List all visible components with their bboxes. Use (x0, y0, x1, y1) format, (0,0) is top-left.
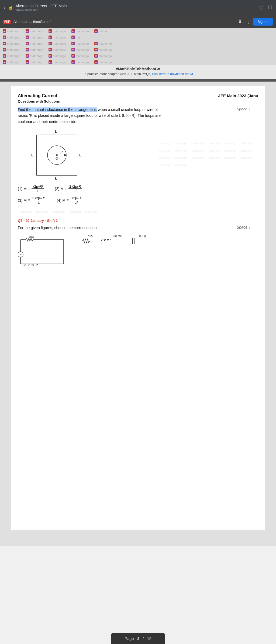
option-4-num: (4) M = (57, 198, 69, 202)
wm-cell: m mathongo (46, 60, 69, 65)
option-1: (1) M = √2μ₀R² L (18, 184, 44, 193)
svg-text:40Ω: 40Ω (29, 235, 34, 239)
share-icon[interactable]: ⬡ (259, 5, 264, 10)
promo-text: To practice more chapter-wise JEE Main P… (3, 72, 273, 76)
q7-label: Q7 - 29 January - Shift 2 (18, 219, 258, 223)
pdf-toolbar-actions: ⬇ ⋮ (238, 19, 251, 24)
page-label: Page (125, 636, 134, 641)
pdf-page: mathongomathongo mathongomathongo mathon… (11, 86, 265, 530)
option-3: (3) M = 2√2μ₀R² L (18, 196, 46, 204)
wm-cell: m mathongo (23, 47, 46, 52)
wm-cell: m mathongo (69, 53, 92, 58)
wm-cell: m mathongo (92, 47, 115, 52)
space-label: Space ↓ (237, 107, 250, 111)
formula-options-row2: (3) M = 2√2μ₀R² L (4) M = √2μ₀R L² (18, 196, 234, 204)
bookmark-icon[interactable]: ☐ (268, 5, 272, 10)
page-separator: / (143, 636, 144, 641)
sign-in-button[interactable]: Sign In (253, 18, 273, 26)
wm-cell: m mathongo (46, 29, 69, 34)
svg-text:220 V, 50 Hz: 220 V, 50 Hz (23, 264, 38, 267)
wm-cell: m mathongo (46, 53, 69, 58)
page-title: Alternating Current - JEE Main ... (16, 4, 257, 8)
q7-section: For the given figures, choose the correc… (18, 225, 258, 270)
watermark-section-top: m mathongo m mathongo m mathongo m matho… (0, 28, 276, 65)
pdf-subtitle: Questions with Solutions (18, 99, 258, 103)
option-4: (4) M = √2μ₀R L² (57, 196, 82, 204)
option-2-fraction: 2√2μ₀R L² (68, 184, 82, 193)
pdf-filename: Alternatin ... thonGo.pdf (13, 20, 235, 24)
wm-cell: m mathongo (0, 29, 23, 34)
page-nav-bar: Page 3 / 15 (111, 633, 165, 644)
back-button[interactable]: ‹ (4, 5, 6, 11)
wm-cell: m mathongo (0, 41, 23, 46)
wm-cell: m mathongo (92, 60, 115, 65)
wm-cell: m mathongo (92, 53, 115, 58)
svg-text:40Ω: 40Ω (88, 234, 93, 237)
menu-icon[interactable]: ⋮ (246, 19, 251, 24)
pdf-subject: Alternating Current (18, 93, 57, 98)
page-total: 15 (147, 636, 151, 641)
wm-cell: m mathongo (23, 35, 46, 40)
wm-cell: m mathongo (0, 35, 23, 40)
q7-text: For the given figures, choose the correc… (18, 225, 169, 231)
option-1-num: (1) M = (18, 187, 30, 191)
svg-text:50 mH: 50 mH (113, 234, 122, 237)
option-4-fraction: √2μ₀R L² (70, 196, 82, 204)
svg-text:L: L (55, 130, 57, 134)
wm-cell: m mathongo (69, 41, 92, 46)
wm-cell: m mathongo (46, 47, 69, 52)
pdf-content-inner: Alternating Current JEE Main 2023 (Janu … (18, 93, 258, 270)
wm-cell: m mathongo (23, 60, 46, 65)
q7-circuits: 40Ω (18, 234, 234, 270)
option-3-num: (3) M = (18, 198, 30, 202)
wm-cell: m mathongo (23, 41, 46, 46)
circuit-diagram: R O L L L L (29, 127, 234, 182)
formula-options-row1: (1) M = √2μ₀R² L (2) M = 2√2μ₀R L² (18, 184, 234, 193)
q6-content: Find the mutual inductance in the arrang… (18, 107, 234, 207)
q7-space-label: Space ↓ (237, 225, 250, 229)
wm-cell: m ma (69, 35, 82, 40)
wm-cell: m mathongo (23, 53, 46, 58)
download-icon[interactable]: ⬇ (238, 19, 242, 24)
promo-hashtag: #MathBoleTohMathonGo (3, 67, 273, 71)
wm-cell: m mathongo (0, 60, 23, 65)
wm-cell: m mathongo (69, 47, 92, 52)
q6-highlight: Find the mutual inductance in the arrang… (18, 107, 97, 112)
q7-content: For the given figures, choose the correc… (18, 225, 234, 270)
option-3-fraction: 2√2μ₀R² L (32, 196, 46, 204)
promo-link[interactable]: click here to download the M (152, 72, 193, 76)
q7-right-circuit: 40Ω 50 mH 0.5 μF (74, 234, 234, 270)
q6-section: Find the mutual inductance in the arrang… (18, 107, 258, 207)
option-1-fraction: √2μ₀R² L (32, 184, 44, 193)
pdf-badge: PDF (3, 20, 11, 24)
wm-cell: m mathongo (0, 47, 23, 52)
wm-cell: m mathongo (46, 35, 69, 40)
svg-text:R: R (60, 150, 63, 154)
page-current: 3 (137, 636, 139, 641)
browser-bar: ‹ 🔒 Alternating Current - JEE Main ... d… (0, 0, 276, 15)
pdf-exam-info: JEE Main 2023 (Janu (218, 93, 258, 98)
browser-actions: ⬡ ☐ (259, 5, 272, 10)
q7-left-svg: 40Ω (18, 234, 66, 269)
url-domain: drive.google.com (16, 8, 257, 11)
pdf-page-background: mathongomathongo mathongomathongo mathon… (0, 82, 276, 546)
circuit-svg: R O L L L L (29, 127, 88, 181)
svg-text:0.5 μF: 0.5 μF (139, 234, 148, 237)
q7-left-circuit: 40Ω (18, 234, 66, 270)
svg-text:O: O (56, 157, 58, 160)
wm-cell: m mathongo (0, 53, 23, 58)
option-2-num: (2) M = (55, 187, 67, 191)
pdf-header: Alternating Current JEE Main 2023 (Janu (18, 93, 258, 98)
pdf-toolbar: PDF Alternatin ... thonGo.pdf ⬇ ⋮ Sign I… (0, 15, 276, 28)
promo-section: #MathBoleTohMathonGo To practice more ch… (0, 65, 276, 80)
url-info: Alternating Current - JEE Main ... drive… (16, 4, 257, 11)
wm-cell: m mathongo (69, 29, 92, 34)
wm-cell: m mathongo (46, 41, 69, 46)
q7-right-svg: 40Ω 50 mH 0.5 μF (74, 234, 166, 258)
wm-cell: m mathongo (23, 29, 46, 34)
option-2: (2) M = 2√2μ₀R L² (55, 184, 82, 193)
lock-icon: 🔒 (8, 5, 13, 10)
wm-cell: m mathongo (69, 60, 92, 65)
svg-text:L: L (79, 153, 81, 157)
svg-text:L: L (55, 176, 57, 180)
